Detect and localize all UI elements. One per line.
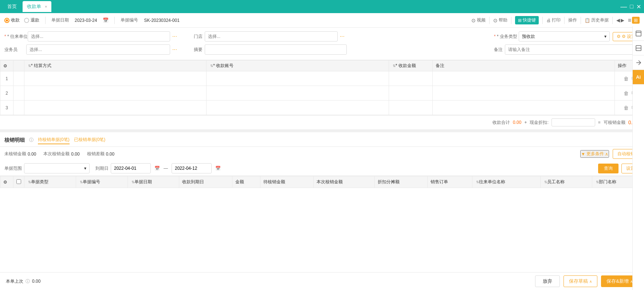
prev-value: 0.00 (32, 279, 40, 284)
tab-done[interactable]: 已核销单据(0笔) (74, 136, 106, 144)
staff-field: 业务员 ··· (4, 44, 179, 55)
row-3-delete-icon[interactable]: 🗑 (624, 105, 629, 111)
row-2-note-input[interactable] (433, 86, 614, 100)
unit-more-icon[interactable]: ··· (170, 33, 179, 40)
row-2-account-input[interactable] (207, 86, 388, 100)
number-value: SK-20230324-001 (144, 18, 179, 23)
shop-more-icon[interactable]: ··· (338, 33, 347, 40)
footer-info-icon[interactable]: ⓘ (25, 278, 30, 285)
more-filter-btn[interactable]: ▼ 更多条件 ∧ (580, 150, 609, 158)
history-btn[interactable]: 📋 历史单据 (585, 17, 609, 23)
right-panel-btn-3[interactable] (633, 55, 644, 70)
row-3-account[interactable] (207, 101, 389, 115)
row-2-settlement[interactable] (24, 86, 207, 101)
biz-type-label: * * 业务类型 (494, 34, 519, 40)
row-3-amount[interactable] (389, 101, 432, 115)
select-all-checkbox[interactable] (16, 179, 21, 184)
divider-5 (542, 17, 543, 24)
right-panel-btn-4[interactable]: Ai (633, 70, 644, 85)
tab-bar-right: — □ ✕ (620, 3, 641, 11)
row-1-account-input[interactable] (207, 71, 388, 86)
row-1-settlement-input[interactable] (24, 71, 206, 86)
diff-value: 0.00 (106, 152, 114, 157)
close-window-icon[interactable]: ✕ (636, 3, 641, 10)
date-label: 单据日期 (51, 17, 69, 23)
discount-input[interactable] (551, 118, 595, 126)
staff-more-icon[interactable]: ··· (170, 46, 179, 53)
shop-input[interactable] (205, 31, 338, 42)
row-1-settlement[interactable] (24, 71, 207, 86)
row-1-amount[interactable] (389, 71, 432, 86)
table-header-row: ⚙ ⇅* 结算方式 ⇅* 收款账号 ⇅* 收款金额 备注 (0, 60, 644, 71)
row-3-settlement[interactable] (24, 101, 207, 115)
radio-receipt[interactable]: 收款 (4, 17, 20, 23)
tab-active[interactable]: 收款单 × (23, 1, 51, 12)
staff-input[interactable] (26, 44, 170, 55)
range-select[interactable]: ▾ (24, 163, 90, 173)
divider-7 (581, 17, 581, 24)
form-row-2: 业务员 ··· 摘要 备注 (4, 44, 640, 55)
row-2-amount-input[interactable] (389, 86, 432, 100)
row-1-amount-input[interactable] (389, 71, 432, 86)
date-to-input[interactable] (172, 163, 212, 173)
calendar-icon[interactable]: 📅 (103, 17, 109, 23)
shortcut-btn[interactable]: ⊞ 快捷键 (515, 16, 539, 24)
print-btn[interactable]: 🖨 打印 (546, 17, 561, 23)
row-1-note-input[interactable] (433, 71, 614, 86)
unit-input[interactable] (28, 31, 170, 42)
note-field: 备注 (494, 44, 640, 55)
biz-type-select[interactable]: 预收款 ▾ (519, 31, 610, 42)
date-field: 到期日 📅 — 📅 (95, 163, 221, 173)
current-stat: 本次核销金额 0.00 (43, 151, 79, 157)
row-1-account[interactable] (207, 71, 389, 86)
layout-grid-icon[interactable]: ⊞ (632, 17, 640, 24)
tab-home[interactable]: 首页 (3, 1, 21, 12)
minimize-icon[interactable]: — (620, 3, 627, 11)
divider-8 (612, 17, 613, 24)
row-1-num-col (13, 71, 24, 86)
help-btn[interactable]: ⊙ 帮助 (493, 17, 507, 23)
toolbar-right: ⊙ 视频 ⊙ 帮助 ⊞ 快捷键 🖨 打印 操作 (471, 16, 640, 24)
abandon-btn[interactable]: 放弃 (535, 275, 560, 287)
hexiao-header: 核销明细 ⓘ 待核销单据(0笔) 已核销单据(0笔) (0, 132, 644, 147)
query-btn[interactable]: 查询 (598, 164, 619, 173)
next-nav-icon[interactable]: ▶ (621, 17, 624, 23)
tab-close-icon[interactable]: × (45, 4, 47, 9)
settings-col-header[interactable]: ⚙ (0, 60, 13, 71)
note-input[interactable] (505, 44, 640, 55)
hexiao-info-icon[interactable]: ⓘ (29, 137, 34, 143)
row-2-amount[interactable] (389, 86, 432, 101)
row-3-note-input[interactable] (433, 101, 614, 115)
summary-input[interactable] (205, 44, 347, 55)
operation-btn[interactable]: 操作 (568, 17, 577, 23)
calendar-to-icon[interactable]: 📅 (215, 166, 221, 171)
row-3-settlement-input[interactable] (24, 101, 206, 115)
row-3-account-input[interactable] (207, 101, 388, 115)
row-2-settlement-input[interactable] (24, 86, 206, 100)
save-draft-btn[interactable]: 保存草稿 ∧ (564, 275, 597, 287)
row-3-amount-input[interactable] (389, 101, 432, 115)
date-range-dash: — (164, 166, 168, 171)
row-2-delete-icon[interactable]: 🗑 (624, 90, 629, 96)
sub-settings-col[interactable]: ⚙ (0, 176, 13, 188)
sub-checkbox-col[interactable] (13, 176, 24, 188)
radio-refund[interactable]: 退款 (24, 17, 39, 23)
layout-list-icon[interactable]: ≡ (628, 17, 631, 24)
right-panel-btn-2[interactable] (633, 41, 644, 55)
date-from-input[interactable] (111, 163, 151, 173)
calendar-from-icon[interactable]: 📅 (154, 166, 160, 171)
row-2-account[interactable] (207, 86, 389, 101)
right-panel-btn-1[interactable] (633, 26, 644, 41)
video-btn[interactable]: ⊙ 视频 (471, 17, 486, 23)
row-3-note[interactable] (432, 101, 614, 115)
note-col-header: 备注 (432, 60, 614, 71)
row-2-note[interactable] (432, 86, 614, 101)
total-label: 收款合计 (492, 119, 510, 126)
row-1-note[interactable] (432, 71, 614, 86)
maximize-icon[interactable]: □ (630, 3, 633, 10)
equals-sign: = (598, 120, 601, 125)
row-1-delete-icon[interactable]: 🗑 (624, 76, 629, 82)
tab-pending[interactable]: 待核销单据(0笔) (38, 136, 70, 144)
prev-nav-icon[interactable]: ◀ (616, 17, 620, 23)
hexiao-title: 核销明细 (4, 137, 25, 144)
